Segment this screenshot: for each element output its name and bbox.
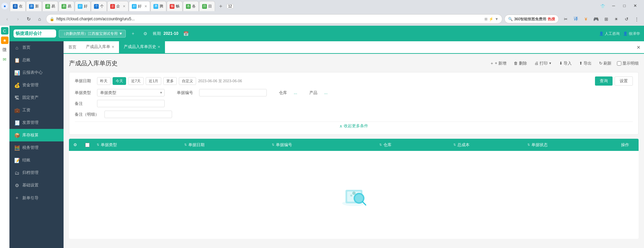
collapse-button[interactable]: ∧ 收起更多条件 (75, 121, 633, 130)
maximize-button[interactable]: □ (620, 2, 629, 9)
note-detail-input[interactable] (104, 111, 172, 118)
date-yesterday[interactable]: 昨天 (97, 77, 111, 85)
sidebar-item-home[interactable]: ⌂ 首页 (9, 41, 64, 54)
date-1month[interactable]: 近1月 (146, 77, 161, 85)
customer-service-button[interactable]: 👤 人工咨询 (599, 31, 620, 36)
panel-close-button[interactable]: ✕ (633, 43, 644, 51)
back-button[interactable]: ‹ (3, 15, 11, 23)
browser-tab-8[interactable]: 好 好 ✕ (129, 1, 150, 11)
th-total-cost[interactable]: ⇅ 总成本 (450, 139, 524, 151)
chanjet-icon[interactable]: C (1, 27, 8, 35)
note-input[interactable] (97, 100, 165, 107)
new-tab-button[interactable]: ＋ (215, 3, 226, 10)
sidebar-item-newbill[interactable]: ＋ 新单引导 (9, 191, 64, 204)
select-all-checkbox[interactable] (85, 143, 90, 147)
th-settings[interactable]: ⚙ (69, 139, 81, 151)
th-doc-no[interactable]: ⇅ 单据编号 (268, 139, 376, 151)
add-button[interactable]: ＋ + 新增 (488, 60, 508, 67)
browser-tab-11[interactable]: 各 各 (183, 1, 199, 11)
list-tab-close[interactable]: ✕ (112, 45, 114, 49)
browser-tab-10[interactable]: 畅 畅 (167, 1, 183, 11)
lightning-icon[interactable]: ⚡ (489, 17, 494, 21)
doc-no-label: 单据编号 (177, 90, 194, 96)
refresh-button[interactable]: ↻ (24, 15, 33, 23)
date-today[interactable]: 今天 (113, 77, 126, 85)
date-7days[interactable]: 近7天 (128, 77, 144, 85)
svg-point-6 (352, 191, 356, 195)
query-button[interactable]: 查询 (595, 76, 613, 86)
sidebar-item-basic[interactable]: ⚙ 基础设置 (9, 179, 64, 191)
show-fields-checkbox[interactable]: 显示明细 (617, 61, 639, 66)
sidebar-item-tax[interactable]: 🧮 税务管理 (9, 141, 64, 154)
sidebar-item-asset[interactable]: 🏗 固定资产 (9, 91, 64, 104)
sidebar-item-ledger[interactable]: 📋 总账 (9, 54, 64, 66)
translate-icon[interactable]: 译 (571, 14, 580, 24)
add-company-button[interactable]: ＋ (128, 29, 138, 38)
sidebar-item-settle[interactable]: 📝 结账 (9, 154, 64, 166)
settings-filter-button[interactable]: 设置 (615, 76, 633, 86)
star-icon[interactable]: ★ (1, 37, 8, 44)
sidebar-item-invoice[interactable]: 🧾 发票管理 (9, 116, 64, 129)
browser-tab-6[interactable]: 个 个 (91, 1, 107, 11)
th-doc-date[interactable]: ⇅ 单据日期 (181, 139, 268, 151)
minimize-button[interactable]: ─ (609, 2, 618, 9)
weibo-icon[interactable]: 微 (1, 46, 8, 53)
dropdown-icon[interactable]: ▼ (495, 17, 499, 21)
yuan-icon[interactable]: ¥ (581, 14, 591, 24)
browser-tab-7[interactable]: 企 企 ✕ (107, 1, 128, 11)
undo-icon[interactable]: ↺ (622, 14, 631, 24)
date-custom[interactable]: 自定义 (179, 77, 196, 85)
game-icon[interactable]: 🎮 (591, 14, 601, 24)
doc-no-input[interactable] (199, 89, 267, 96)
browser-tab-12[interactable]: 目 目 (199, 1, 215, 11)
settings-icon[interactable]: ⚙ (141, 29, 150, 38)
print-button[interactable]: 🖨 打印 ▼ (532, 60, 554, 67)
company-selector[interactable]: （勿删勿禁用）江西服宝测试专用 ▼ (59, 30, 126, 38)
browser-tab-2[interactable]: 新 新 (26, 1, 42, 11)
app-logo-sub: 旗舰版 (44, 32, 54, 36)
close-button[interactable]: ✕ (630, 2, 640, 9)
warehouse-more-dots[interactable]: ... (294, 90, 297, 95)
apps-icon[interactable]: ⊞ (601, 14, 611, 24)
sidebar-item-report[interactable]: 📊 云报表中心 (9, 66, 64, 79)
page-tab-home[interactable]: 首页 (64, 42, 81, 53)
import-button[interactable]: ⬇ 导入 (557, 60, 574, 67)
refresh-button[interactable]: ↻ 刷新 (597, 60, 614, 67)
browser-tab-5[interactable]: 好 好 (75, 1, 91, 11)
theme-icon[interactable]: ☀ (612, 14, 621, 24)
th-doc-type[interactable]: ⇅ 单据类型 (93, 139, 181, 151)
sidebar-item-salary[interactable]: 💼 工资 (9, 104, 64, 116)
browser-tab-4[interactable]: 易 易 (58, 1, 74, 11)
sidebar-item-inventory[interactable]: 📦 库存核算 (9, 129, 64, 141)
mail-icon[interactable]: ✉ (1, 55, 8, 63)
delete-button[interactable]: 🗑 删除 (512, 60, 529, 67)
page-tab-list[interactable]: 产成品入库单 ✕ (81, 41, 119, 53)
date-more[interactable]: 更多 (163, 77, 177, 85)
history-tab-close[interactable]: ✕ (158, 45, 160, 49)
export-button[interactable]: ⬆ 导出 (577, 60, 594, 67)
product-more-dots[interactable]: ... (324, 90, 328, 95)
grid-icon[interactable]: ⊞ (484, 17, 487, 21)
th-warehouse[interactable]: ⇅ 仓库 (376, 139, 450, 151)
calendar-icon[interactable]: 📅 (181, 29, 191, 38)
show-fields-check[interactable] (617, 61, 621, 66)
home-button[interactable]: ⌂ (35, 15, 44, 23)
browser-tab-1[interactable]: 在 在 (10, 1, 26, 11)
more-icon[interactable]: ⋮ (632, 14, 641, 24)
tab-close-8[interactable]: ✕ (144, 4, 147, 8)
user-avatar-button[interactable]: 👤 徐泽华 (623, 31, 640, 36)
search-box[interactable]: 🔍 360智能抠图免费用 热搜 (504, 15, 559, 23)
doc-type-select[interactable]: 单据类型 (97, 89, 165, 96)
forward-button[interactable]: › (14, 15, 22, 23)
browser-tab-9[interactable]: 腾 腾 (150, 1, 166, 11)
page-tab-history[interactable]: 产成品入库单历史 ✕ (119, 41, 165, 53)
tab-close-7[interactable]: ✕ (123, 4, 125, 8)
url-bar[interactable]: 🔒 https://cloud.chanjet.com/accounting/u… (46, 14, 502, 24)
sidebar-item-archive[interactable]: 🗂 归档管理 (9, 166, 64, 179)
th-checkbox[interactable] (81, 139, 93, 151)
browser-tab-3[interactable]: 易 易 (42, 1, 58, 11)
scissors-icon[interactable]: ✂ (561, 14, 570, 24)
th-doc-status[interactable]: ⇅ 单据状态 (524, 139, 612, 151)
app-logo[interactable]: 畅捷通好会计 旗舰版 (14, 29, 56, 38)
sidebar-item-fund[interactable]: 💰 资金管理 (9, 79, 64, 91)
